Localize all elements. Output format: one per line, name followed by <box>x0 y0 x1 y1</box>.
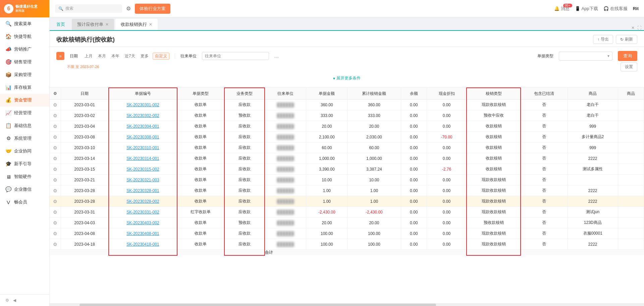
table-row[interactable]: ⚙ 2023-03-08 SK-20230308-001 收款单 应收款 ███… <box>50 132 644 142</box>
sidebar-item-basic[interactable]: 📋基础信息 <box>0 119 49 132</box>
sidebar-item-sales[interactable]: 🎯销售管理 <box>0 56 49 68</box>
sidebar-item-search[interactable]: 🔍搜索菜单 <box>0 17 49 30</box>
row-date: 2023-04-03 <box>61 218 109 228</box>
table-row[interactable]: ⚙ 2023-04-18 SK-20230418-001 收款单 应收款 ███… <box>50 239 644 250</box>
prepay-tab-close-icon[interactable]: ✕ <box>105 22 109 27</box>
date-btn-this-year[interactable]: 本年 <box>110 53 121 60</box>
row-gear[interactable]: ⚙ <box>50 132 61 142</box>
industry-solution-button[interactable]: 体验行业方案 <box>135 4 170 14</box>
date-btn-last-month[interactable]: 上月 <box>83 53 94 60</box>
row-gear[interactable]: ⚙ <box>50 121 61 132</box>
table-row[interactable]: ⚙ 2023-03-28 SK-20230328-002 收款单 应收款 ███… <box>50 196 644 207</box>
row-bill-no[interactable]: SK-20230315-002 <box>109 164 177 175</box>
row-gear[interactable]: ⚙ <box>50 185 61 196</box>
row-gear[interactable]: ⚙ <box>50 175 61 185</box>
sidebar-item-purchase[interactable]: 📦采购管理 <box>0 68 49 81</box>
row-partner: ██████ <box>265 132 306 142</box>
table-row[interactable]: ⚙ 2023-03-15 SK-20230315-002 收款单 应收款 ███… <box>50 164 644 175</box>
sidebar-label-wechat: 企业微信 <box>14 186 32 192</box>
settings-gear-icon[interactable]: ⚙ <box>126 5 131 12</box>
row-bill-no[interactable]: SK-20230408-001 <box>109 228 177 239</box>
table-row[interactable]: ⚙ 2023-04-08 SK-20230408-001 收款单 应收款 ███… <box>50 228 644 239</box>
scroll-indicator[interactable] <box>50 303 644 306</box>
row-bill-no[interactable]: SK-20230418-001 <box>109 239 177 250</box>
bell-icon: 🔔 <box>554 6 559 11</box>
row-biz-type: 应收款 <box>224 153 265 164</box>
row-gear[interactable]: ⚙ <box>50 239 61 250</box>
row-gear[interactable]: ⚙ <box>50 207 61 218</box>
table-row[interactable]: ⚙ 2023-03-10 SK-20230310-001 收款单 应收款 ███… <box>50 142 644 153</box>
sidebar-item-system[interactable]: ⚙系统管理 <box>0 132 49 145</box>
notification-item[interactable]: 🔔 消息 99+ <box>554 6 570 12</box>
sidebar-item-operation[interactable]: 📈经营管理 <box>0 107 49 119</box>
date-custom-btn[interactable]: 自定义 <box>153 53 169 60</box>
app-download-item[interactable]: 📱 App下载 <box>575 6 598 12</box>
row-include-settled: 否 <box>521 110 568 121</box>
col-settings[interactable]: ⚙ <box>50 88 61 100</box>
filter-expand-button[interactable]: » <box>56 52 64 60</box>
table-row[interactable]: ⚙ 2023-03-04 SK-20230304-001 收款单 应收款 ███… <box>50 121 644 132</box>
sidebar-item-guide[interactable]: 🎓新手引导 <box>0 158 49 170</box>
tab-close-all-icon[interactable]: ✕ <box>631 25 635 30</box>
date-btn-this-month[interactable]: 本月 <box>97 53 107 60</box>
sidebar-item-hardware[interactable]: 🖥智能硬件 <box>0 170 49 183</box>
row-bill-no[interactable]: SK-20230321-003 <box>109 175 177 185</box>
row-amount: 20.00 <box>306 121 347 132</box>
sidebar-item-capital[interactable]: 💰资金管理 <box>0 94 49 107</box>
table-row[interactable]: ⚙ 2023-03-31 SK-20230331-002 红字收款单 应收款 █… <box>50 207 644 218</box>
row-gear[interactable]: ⚙ <box>50 100 61 110</box>
service-item[interactable]: 🎧 在线客服 <box>603 6 628 12</box>
row-gear[interactable]: ⚙ <box>50 218 61 228</box>
table-row[interactable]: ⚙ 2023-03-21 SK-20230321-003 收款单 应收款 ███… <box>50 175 644 185</box>
row-amount: 100.00 <box>306 239 347 250</box>
partner-input[interactable] <box>202 52 269 60</box>
row-gear[interactable]: ⚙ <box>50 142 61 153</box>
sidebar-item-shortcut[interactable]: 🏠快捷导航 <box>0 30 49 43</box>
table-row[interactable]: ⚙ 2023-03-01 SK-20230301-002 收款单 应收款 ███… <box>50 100 644 110</box>
sidebar-item-marketing[interactable]: 📣营销推广 <box>0 43 49 56</box>
row-bill-no[interactable]: SK-20230301-002 <box>109 100 177 110</box>
refresh-button[interactable]: ↻ 刷新 <box>616 35 637 44</box>
expand-more-button[interactable]: ▾ 展开更多条件 <box>56 73 637 83</box>
sidebar-item-wechat[interactable]: 💬企业微信 <box>0 183 49 196</box>
search-box[interactable]: 🔍 搜索 <box>55 4 122 13</box>
sidebar-item-member[interactable]: V畅会员 <box>0 196 49 208</box>
collection-tab-close-icon[interactable]: ✕ <box>149 22 152 27</box>
tab-home[interactable]: 首页 <box>51 19 70 30</box>
row-bill-no[interactable]: SK-20230403-002 <box>109 218 177 228</box>
date-btn-7days[interactable]: 近7天 <box>123 53 137 60</box>
table-row[interactable]: ⚙ 2023-03-28 SK-20230328-001 收款单 应收款 ███… <box>50 185 644 196</box>
row-bill-no[interactable]: SK-20230328-001 <box>109 185 177 196</box>
row-bill-no[interactable]: SK-20230328-002 <box>109 196 177 207</box>
user-avatar[interactable]: Rit <box>633 6 639 11</box>
sidebar-item-enterprise[interactable]: 🤝企业协同 <box>0 145 49 158</box>
query-button[interactable]: 查询 <box>618 51 637 61</box>
bill-type-select[interactable]: ▾ <box>559 52 612 61</box>
collapse-icon[interactable]: ◀ <box>13 298 16 303</box>
row-bill-no[interactable]: SK-20230302-002 <box>109 110 177 121</box>
row-bill-no[interactable]: SK-20230331-002 <box>109 207 177 218</box>
tab-collection[interactable]: 收款核销执行 ✕ <box>115 19 158 30</box>
table-row[interactable]: ⚙ 2023-04-03 SK-20230403-002 收款单 预收款 ███… <box>50 218 644 228</box>
tab-maximize-icon[interactable]: ⛶ <box>637 25 641 30</box>
row-bill-no[interactable]: SK-20230308-001 <box>109 132 177 142</box>
scroll-thumb[interactable] <box>79 304 436 306</box>
export-button[interactable]: ↑ 导出 <box>593 35 613 44</box>
row-gear[interactable]: ⚙ <box>50 228 61 239</box>
row-gear[interactable]: ⚙ <box>50 196 61 207</box>
row-gear[interactable]: ⚙ <box>50 153 61 164</box>
settings-icon[interactable]: ⚙ <box>5 298 9 303</box>
partner-more-icon[interactable]: ... <box>274 53 279 59</box>
sidebar-item-inventory[interactable]: 📊库存核算 <box>0 81 49 94</box>
settings-button[interactable]: 设置 <box>621 62 637 71</box>
row-bill-no[interactable]: SK-20230314-001 <box>109 153 177 164</box>
row-gear[interactable]: ⚙ <box>50 164 61 175</box>
row-gear[interactable]: ⚙ <box>50 110 61 121</box>
row-bill-no[interactable]: SK-20230310-001 <box>109 142 177 153</box>
sidebar-label-enterprise: 企业协同 <box>14 148 32 154</box>
date-btn-more[interactable]: 更多 <box>139 53 150 60</box>
tab-prepay[interactable]: 预计应收付单 ✕ <box>72 19 114 30</box>
table-row[interactable]: ⚙ 2023-03-14 SK-20230314-001 收款单 应收款 ███… <box>50 153 644 164</box>
row-bill-no[interactable]: SK-20230304-001 <box>109 121 177 132</box>
table-row[interactable]: ⚙ 2023-03-02 SK-20230302-002 收款单 预收款 ███… <box>50 110 644 121</box>
